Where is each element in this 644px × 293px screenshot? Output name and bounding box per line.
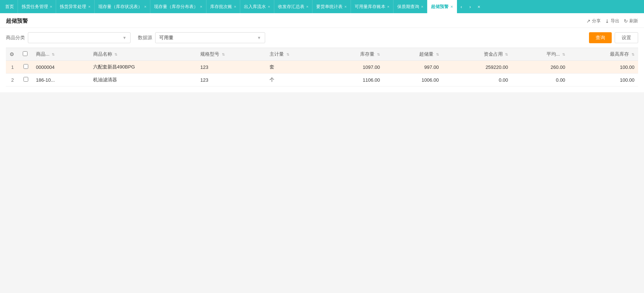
datasource-label: 数据源 bbox=[138, 34, 152, 41]
table-header-row: ⚙ 商品... ⇅ 商品名称 ⇅ 规格型号 ⇅ bbox=[6, 48, 638, 61]
page-content: 超储预警 ↗ 分享 ⤓ 导出 ↻ 刷新 商品分类 ▼ 数据源 bbox=[0, 13, 644, 92]
table-wrapper: ⚙ 商品... ⇅ 商品名称 ⇅ 规格型号 ⇅ bbox=[0, 48, 644, 92]
row-code-0: 0000004 bbox=[32, 61, 89, 74]
filter-buttons: 查询 设置 bbox=[589, 32, 638, 43]
col-spec[interactable]: 规格型号 ⇅ bbox=[197, 48, 266, 61]
close-available-icon[interactable]: × bbox=[387, 4, 389, 9]
close-exception-icon[interactable]: × bbox=[88, 4, 90, 9]
row-num-0: 1 bbox=[6, 61, 19, 74]
sort-capital-icon: ⇅ bbox=[505, 52, 508, 56]
close-stock-dist-icon[interactable]: × bbox=[200, 4, 202, 9]
nav-tab-task[interactable]: 拣货任务管理 × bbox=[18, 0, 56, 13]
col-settings: ⚙ bbox=[6, 48, 19, 61]
nav-tab-available[interactable]: 可用量库存账本 × bbox=[351, 0, 394, 13]
settings-button[interactable]: 设置 bbox=[615, 32, 638, 43]
query-button[interactable]: 查询 bbox=[589, 32, 612, 43]
top-nav: 首页 拣货任务管理 × 拣货异常处理 × 现存量（库存状况表） × 现存量（库存… bbox=[0, 0, 644, 13]
share-button[interactable]: ↗ 分享 bbox=[586, 18, 601, 24]
select-all-checkbox[interactable] bbox=[23, 51, 28, 56]
row-capital-1: 0.00 bbox=[443, 74, 512, 86]
category-label: 商品分类 bbox=[6, 34, 25, 41]
row-checkbox-cell-0 bbox=[19, 61, 32, 74]
datasource-select[interactable]: 可用量 ▼ bbox=[155, 32, 265, 43]
data-table: ⚙ 商品... ⇅ 商品名称 ⇅ 规格型号 ⇅ bbox=[6, 48, 638, 86]
category-chevron-down-icon: ▼ bbox=[122, 36, 127, 40]
close-overstock-icon[interactable]: × bbox=[450, 4, 453, 9]
filter-area: 商品分类 ▼ 数据源 可用量 ▼ 查询 设置 bbox=[0, 28, 644, 48]
row-code-1: 186-10... bbox=[32, 74, 89, 86]
nav-tab-flow[interactable]: 出入库流水 × bbox=[240, 0, 274, 13]
sort-avg-icon: ⇅ bbox=[562, 52, 565, 56]
nav-tab-expiry[interactable]: 保质期查询 × bbox=[394, 0, 427, 13]
sort-code-icon: ⇅ bbox=[52, 52, 55, 56]
sort-stock-icon: ⇅ bbox=[377, 52, 380, 56]
close-stock-status-icon[interactable]: × bbox=[144, 4, 146, 9]
row-name-0: 六配套新昌490BPG bbox=[89, 61, 197, 74]
column-settings-icon[interactable]: ⚙ bbox=[10, 51, 14, 57]
category-select[interactable]: ▼ bbox=[28, 32, 131, 43]
nav-tab-stock-status[interactable]: 现存量（库存状况表） × bbox=[95, 0, 150, 13]
col-stock[interactable]: 库存量 ⇅ bbox=[325, 48, 384, 61]
nav-tab-collect[interactable]: 收发存汇总表 × bbox=[274, 0, 312, 13]
col-overstock[interactable]: 超储量 ⇅ bbox=[384, 48, 442, 61]
sort-unit-icon: ⇅ bbox=[286, 52, 289, 56]
close-expiry-icon[interactable]: × bbox=[421, 4, 423, 9]
nav-more-arrow[interactable]: × bbox=[475, 0, 483, 13]
nav-prev-arrow[interactable]: ‹ bbox=[457, 0, 466, 13]
export-icon: ⤓ bbox=[605, 18, 609, 24]
row-avg-1: 0.00 bbox=[512, 74, 569, 86]
col-max-stock[interactable]: 最高库存 ⇅ bbox=[569, 48, 638, 61]
row-stock-1: 1106.00 bbox=[325, 74, 384, 86]
nav-tab-exception[interactable]: 拣货异常处理 × bbox=[56, 0, 94, 13]
col-unit[interactable]: 主计量 ⇅ bbox=[266, 48, 325, 61]
sort-overstock-icon: ⇅ bbox=[436, 52, 439, 56]
row-unit-1: 个 bbox=[266, 74, 325, 86]
datasource-value: 可用量 bbox=[159, 34, 173, 41]
col-capital[interactable]: 资金占用 ⇅ bbox=[443, 48, 512, 61]
header-actions: ↗ 分享 ⤓ 导出 ↻ 刷新 bbox=[586, 18, 638, 24]
close-task-icon[interactable]: × bbox=[50, 4, 52, 9]
datasource-chevron-down-icon: ▼ bbox=[257, 36, 261, 40]
col-avg[interactable]: 平均... ⇅ bbox=[512, 48, 569, 61]
category-filter: 商品分类 ▼ bbox=[6, 32, 131, 43]
row-checkbox-0[interactable] bbox=[23, 64, 28, 69]
sort-name-icon: ⇅ bbox=[114, 52, 117, 56]
sort-max-stock-icon: ⇅ bbox=[632, 52, 634, 56]
row-max-stock-0: 100.00 bbox=[569, 61, 638, 74]
row-spec-0: 123 bbox=[197, 61, 266, 74]
nav-tab-home[interactable]: 首页 bbox=[1, 0, 18, 13]
nav-tab-stock-dist[interactable]: 现存量（库存分布表） × bbox=[150, 0, 206, 13]
close-flow-icon[interactable]: × bbox=[268, 4, 270, 9]
row-overstock-1: 1006.00 bbox=[384, 74, 442, 86]
nav-tab-batch[interactable]: 库存批次账 × bbox=[206, 0, 240, 13]
nav-next-arrow[interactable]: › bbox=[466, 0, 475, 13]
datasource-filter: 数据源 可用量 ▼ bbox=[138, 32, 265, 43]
refresh-button[interactable]: ↻ 刷新 bbox=[624, 18, 638, 24]
row-num-1: 2 bbox=[6, 74, 19, 86]
share-icon: ↗ bbox=[586, 18, 590, 24]
table-row: 2 186-10... 机油滤清器 123 个 1106.00 1006.00 … bbox=[6, 74, 638, 86]
nav-tab-order-stat[interactable]: 要货单统计表 × bbox=[312, 0, 351, 13]
row-max-stock-1: 100.00 bbox=[569, 74, 638, 86]
close-collect-icon[interactable]: × bbox=[306, 4, 308, 9]
row-avg-0: 260.00 bbox=[512, 61, 569, 74]
close-batch-icon[interactable]: × bbox=[234, 4, 236, 9]
row-checkbox-cell-1 bbox=[19, 74, 32, 86]
row-spec-1: 123 bbox=[197, 74, 266, 86]
table-row: 1 0000004 六配套新昌490BPG 123 套 1097.00 997.… bbox=[6, 61, 638, 74]
col-code[interactable]: 商品... ⇅ bbox=[32, 48, 89, 61]
row-capital-0: 259220.00 bbox=[443, 61, 512, 74]
row-name-1: 机油滤清器 bbox=[89, 74, 197, 86]
sort-spec-icon: ⇅ bbox=[222, 52, 225, 56]
refresh-icon: ↻ bbox=[624, 18, 628, 24]
row-checkbox-1[interactable] bbox=[23, 77, 28, 82]
export-button[interactable]: ⤓ 导出 bbox=[605, 18, 619, 24]
row-stock-0: 1097.00 bbox=[325, 61, 384, 74]
col-checkbox bbox=[19, 48, 32, 61]
nav-tab-overstock[interactable]: 超储预警 × bbox=[427, 0, 457, 13]
col-name[interactable]: 商品名称 ⇅ bbox=[89, 48, 197, 61]
row-overstock-0: 997.00 bbox=[384, 61, 442, 74]
page-title: 超储预警 bbox=[6, 18, 28, 25]
close-order-stat-icon[interactable]: × bbox=[344, 4, 347, 9]
row-unit-0: 套 bbox=[266, 61, 325, 74]
